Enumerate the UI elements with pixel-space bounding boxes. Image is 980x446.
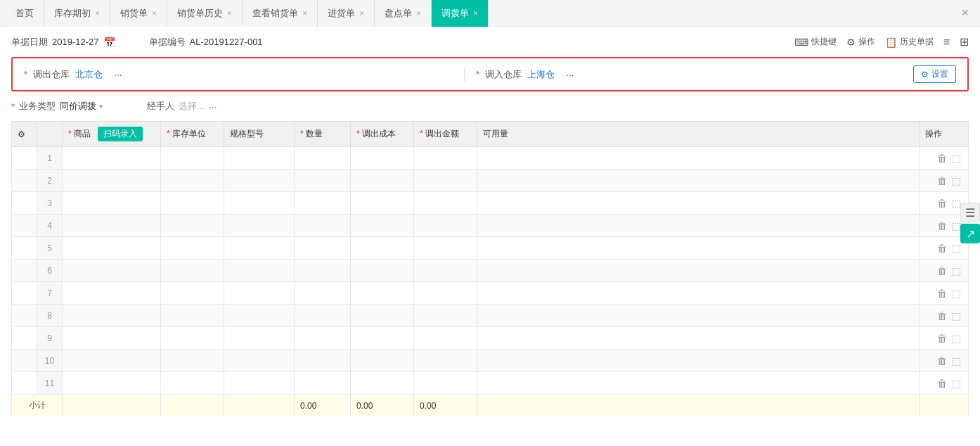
copy-icon[interactable]: ⬚ [952,153,961,164]
tab-sales-order-close[interactable]: × [152,8,157,18]
row-amount[interactable] [414,237,477,260]
row-spec[interactable] [224,192,295,215]
row-unit[interactable] [161,192,224,215]
delete-icon[interactable]: 🗑 [937,153,947,164]
row-product[interactable] [63,260,161,282]
row-unit[interactable] [161,147,224,170]
table-scroll-area[interactable]: ⚙ * 商品 扫码录入 * 库存单位 规格型号 [11,121,969,416]
in-warehouse-more-btn[interactable]: ··· [566,69,574,80]
col-gear-header[interactable]: ⚙ [12,122,37,147]
row-spec[interactable] [224,282,295,305]
delete-icon[interactable]: 🗑 [937,378,947,389]
sidebar-expand-icon-btn[interactable]: ↗ [960,224,980,243]
row-cost[interactable] [351,147,414,170]
row-unit[interactable] [161,282,224,305]
row-unit[interactable] [161,372,224,395]
history-btn[interactable]: 📋 历史单据 [885,36,934,48]
tab-view-sales[interactable]: 查看销货单 × [243,0,318,27]
tab-stocktake-close[interactable]: × [416,8,421,18]
row-spec[interactable] [224,372,295,395]
row-cost[interactable] [351,260,414,282]
row-amount[interactable] [414,282,477,305]
row-qty[interactable] [295,350,351,372]
in-warehouse-value[interactable]: 上海仓 [527,68,555,81]
row-cost[interactable] [351,170,414,192]
row-qty[interactable] [295,192,351,215]
row-qty[interactable] [295,147,351,170]
row-spec[interactable] [224,147,295,170]
row-amount[interactable] [414,170,477,192]
tab-stocktake[interactable]: 盘点单 × [375,0,432,27]
tab-purchase-order-close[interactable]: × [359,8,364,18]
row-qty[interactable] [295,305,351,327]
row-spec[interactable] [224,170,295,192]
row-product[interactable] [63,282,161,305]
row-spec[interactable] [224,215,295,237]
copy-icon[interactable]: ⬚ [952,175,961,186]
row-product[interactable] [63,215,161,237]
row-unit[interactable] [161,170,224,192]
biz-type-select[interactable]: 同价调拨 ▾ [60,100,130,113]
delete-icon[interactable]: 🗑 [937,175,947,186]
row-amount[interactable] [414,372,477,395]
row-amount[interactable] [414,327,477,350]
row-qty[interactable] [295,215,351,237]
delete-icon[interactable]: 🗑 [937,333,947,344]
row-amount[interactable] [414,192,477,215]
row-cost[interactable] [351,350,414,372]
grid-toggle-btn[interactable]: ⊞ [960,35,969,49]
row-cost[interactable] [351,372,414,395]
copy-icon[interactable]: ⬚ [952,288,961,299]
tab-sales-history[interactable]: 销货单历史 × [167,0,243,27]
row-unit[interactable] [161,260,224,282]
scan-entry-btn[interactable]: 扫码录入 [98,127,143,141]
copy-icon[interactable]: ⬚ [952,265,961,276]
row-product[interactable] [63,372,161,395]
row-qty[interactable] [295,327,351,350]
row-cost[interactable] [351,282,414,305]
row-qty[interactable] [295,372,351,395]
row-cost[interactable] [351,327,414,350]
shortcut-btn[interactable]: ⌨ 快捷键 [794,36,837,48]
row-spec[interactable] [224,237,295,260]
copy-icon[interactable]: ⬚ [952,310,961,321]
row-cost[interactable] [351,215,414,237]
row-qty[interactable] [295,170,351,192]
person-select[interactable]: 选择... [179,100,205,113]
row-unit[interactable] [161,305,224,327]
out-warehouse-value[interactable]: 北京仓 [75,68,103,81]
delete-icon[interactable]: 🗑 [937,198,947,209]
row-amount[interactable] [414,215,477,237]
tab-transfer-close[interactable]: × [473,8,478,18]
row-spec[interactable] [224,305,295,327]
row-amount[interactable] [414,147,477,170]
person-more-btn[interactable]: ··· [209,101,217,112]
tab-inventory-init-close[interactable]: × [95,8,100,18]
row-cost[interactable] [351,192,414,215]
settings-btn[interactable]: ⚙ 设置 [913,65,956,83]
tab-sales-order[interactable]: 销货单 × [110,0,167,27]
row-spec[interactable] [224,350,295,372]
row-qty[interactable] [295,260,351,282]
row-unit[interactable] [161,350,224,372]
row-spec[interactable] [224,260,295,282]
row-product[interactable] [63,350,161,372]
row-qty[interactable] [295,282,351,305]
delete-icon[interactable]: 🗑 [937,265,947,276]
tab-view-sales-close[interactable]: × [302,8,307,18]
row-qty[interactable] [295,237,351,260]
delete-icon[interactable]: 🗑 [937,243,947,254]
row-product[interactable] [63,305,161,327]
delete-icon[interactable]: 🗑 [937,310,947,321]
delete-icon[interactable]: 🗑 [937,355,947,367]
copy-icon[interactable]: ⬚ [952,243,961,254]
row-product[interactable] [63,327,161,350]
row-unit[interactable] [161,215,224,237]
delete-icon[interactable]: 🗑 [937,288,947,299]
tab-purchase-order[interactable]: 进货单 × [318,0,375,27]
tab-sales-history-close[interactable]: × [227,8,232,18]
sidebar-list-icon-btn[interactable]: ☰ [960,203,980,222]
copy-icon[interactable]: ⬚ [952,333,961,344]
row-product[interactable] [63,192,161,215]
tab-inventory-init[interactable]: 库存期初 × [44,0,110,27]
